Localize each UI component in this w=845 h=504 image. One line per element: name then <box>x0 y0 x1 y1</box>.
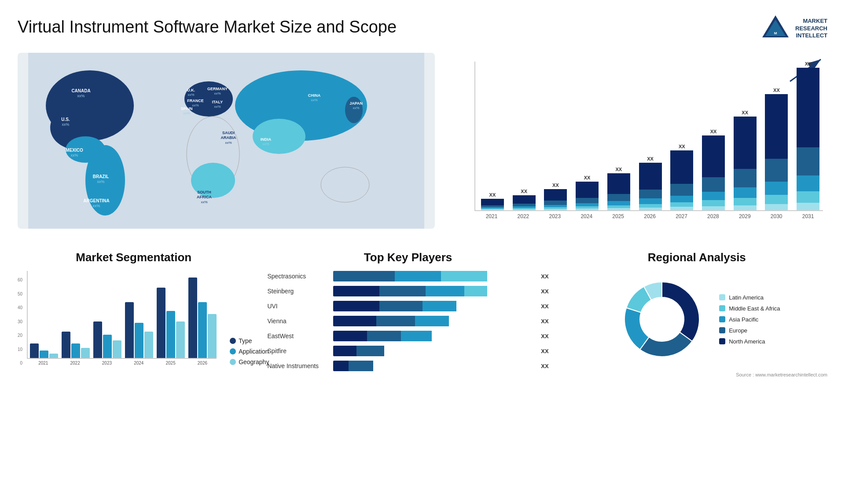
player-bar-segment <box>401 331 432 341</box>
bar-top-label: XX <box>679 144 685 149</box>
bar-segment <box>639 163 662 190</box>
seg-bar <box>176 321 185 358</box>
player-bar-container <box>333 346 533 356</box>
seg-bar <box>71 343 80 358</box>
seg-bar <box>198 302 207 358</box>
player-bar-segment <box>422 301 456 311</box>
bar-segment <box>481 209 504 210</box>
seg-year-label: 2021 <box>29 361 57 365</box>
seg-y-60: 60 <box>18 278 22 282</box>
svg-text:xx%: xx% <box>97 179 105 184</box>
player-bar-container <box>333 331 533 341</box>
player-bar-container <box>333 301 533 311</box>
legend-dot <box>230 359 236 365</box>
legend-dot <box>230 348 236 354</box>
page-title: Virtual Instrument Software Market Size … <box>18 18 397 37</box>
player-bar-container <box>333 361 533 371</box>
bar-segment <box>670 184 693 196</box>
svg-point-14 <box>321 167 369 202</box>
logo-text: MARKET RESEARCH INTELLECT <box>795 18 827 40</box>
bar-group: XX <box>636 156 665 210</box>
player-bar-stack <box>333 301 533 311</box>
player-xx-label: XX <box>541 348 548 354</box>
player-xx-label: XX <box>541 318 548 325</box>
seg-bar <box>157 288 165 358</box>
seg-year-label: 2024 <box>125 361 153 365</box>
seg-bar-group <box>157 288 185 358</box>
regional-legend-label: Latin America <box>729 294 764 301</box>
regional-legend-item: Asia Pacific <box>719 316 780 323</box>
bar-year-label: 2025 <box>603 213 633 219</box>
bar-year-label: 2031 <box>793 213 823 219</box>
player-row: SpitfireXX <box>267 346 548 356</box>
svg-text:xx%: xx% <box>353 106 359 110</box>
bar-stack <box>513 195 536 210</box>
bar-stack <box>607 173 630 210</box>
player-xx-label: XX <box>541 333 548 340</box>
bar-segment <box>670 207 693 210</box>
player-xx-label: XX <box>541 303 548 310</box>
bar-segment <box>702 135 725 177</box>
player-bar-stack <box>333 271 533 281</box>
player-name: Spectrasonics <box>267 273 329 280</box>
legend-dot <box>230 338 236 344</box>
regional-section: Regional Analysis Latin AmericaMiddle Ea… <box>566 251 827 377</box>
bar-segment <box>797 68 819 147</box>
seg-bar <box>188 278 197 358</box>
bar-top-label: XX <box>805 61 812 66</box>
seg-bar <box>125 302 134 358</box>
regional-legend-label: Middle East & Africa <box>729 305 780 312</box>
svg-point-12 <box>253 119 305 154</box>
seg-bar <box>135 323 143 358</box>
svg-text:U.S.: U.S. <box>61 117 70 122</box>
regional-legend-item: Middle East & Africa <box>719 305 780 312</box>
bar-segment <box>544 201 567 205</box>
svg-text:SOUTH: SOUTH <box>197 190 211 194</box>
map-container: CANADA xx% U.S. xx% MEXICO xx% BRAZIL xx… <box>18 53 435 237</box>
bar-top-label: XX <box>615 167 622 172</box>
player-bar-segment <box>333 331 367 341</box>
seg-y-30: 30 <box>18 319 22 324</box>
player-bar-segment <box>333 286 379 296</box>
svg-text:MEXICO: MEXICO <box>66 148 83 153</box>
player-bar-stack <box>333 361 533 371</box>
svg-text:xx%: xx% <box>93 204 100 208</box>
player-bar-segment <box>415 316 449 326</box>
player-bar-container <box>333 286 533 296</box>
bottom-section: Market Segmentation 60 50 40 30 20 10 0 … <box>18 251 827 377</box>
bar-segment <box>576 203 599 207</box>
bar-segment <box>670 202 693 207</box>
top-section: CANADA xx% U.S. xx% MEXICO xx% BRAZIL xx… <box>18 53 827 237</box>
player-name: Native Instruments <box>267 362 329 369</box>
bar-group: XX <box>698 129 728 210</box>
svg-text:ARGENTINA: ARGENTINA <box>83 198 109 203</box>
player-row: SpectrasonicsXX <box>267 271 548 281</box>
svg-text:SPAIN: SPAIN <box>181 106 193 111</box>
player-row: SteinbergXX <box>267 286 548 296</box>
regional-content: Latin AmericaMiddle East & AfricaAsia Pa… <box>566 271 827 368</box>
regional-legend-dot <box>719 294 725 300</box>
bar-segment <box>576 198 599 203</box>
seg-bar <box>103 335 112 358</box>
seg-year-label: 2026 <box>188 361 217 365</box>
bar-segment <box>544 189 567 201</box>
player-name: Spitfire <box>267 347 329 354</box>
seg-bar <box>93 321 102 358</box>
bar-stack <box>544 189 567 210</box>
bar-group: XX <box>667 144 697 210</box>
seg-bar <box>81 348 90 358</box>
player-row: ViennaXX <box>267 316 548 326</box>
bar-group: XX <box>604 167 634 210</box>
bar-year-label: 2024 <box>572 213 602 219</box>
svg-text:ARABIA: ARABIA <box>221 135 236 140</box>
bar-segment <box>576 182 599 197</box>
seg-y-50: 50 <box>18 292 22 296</box>
regional-legend: Latin AmericaMiddle East & AfricaAsia Pa… <box>719 294 780 345</box>
bar-segment <box>607 194 630 201</box>
svg-text:xx%: xx% <box>77 94 85 98</box>
bar-year-label: 2026 <box>635 213 665 219</box>
bar-stack <box>481 199 504 210</box>
bar-segment <box>765 182 788 194</box>
bar-top-label: XX <box>773 88 780 93</box>
player-bar-stack <box>333 346 533 356</box>
